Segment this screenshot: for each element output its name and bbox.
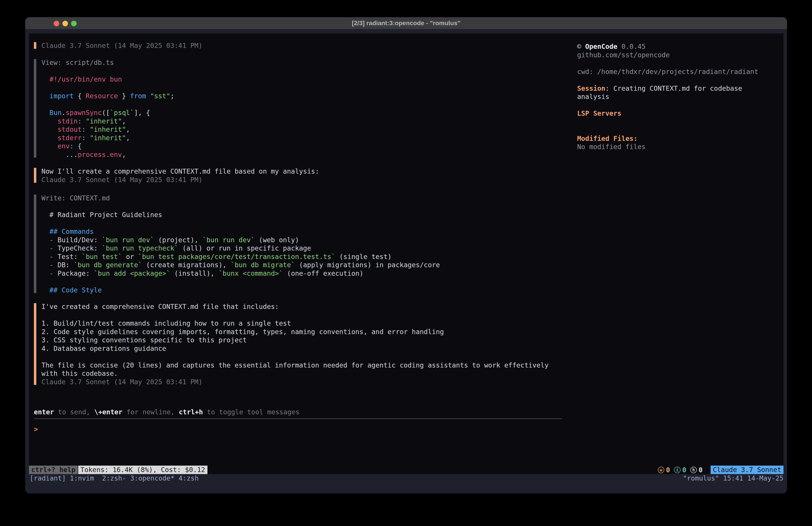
window-title: [2/3] radiant:3:opencode - "romulus": [25, 17, 787, 29]
text-line: stdout: "inherit",: [41, 125, 174, 134]
text-line: ## Commands: [41, 227, 440, 236]
warning-count: 0: [666, 466, 670, 474]
model-badge: Claude 3.7 Sonnet: [711, 466, 783, 474]
opencode-sidebar: © OpenCode 0.0.45github.com/sst/opencode…: [577, 42, 758, 151]
text-line: Bun.spawnSync([`psql`], {: [41, 109, 174, 117]
info-count: 0: [682, 466, 686, 474]
text-line: # Radiant Project Guidelines: [41, 211, 440, 219]
status-left-badges: ctrl+? help Tokens: 16.4K (8%), Cost: $0…: [29, 466, 207, 474]
text-line: Session: Creating CONTEXT.md for codebas…: [577, 84, 758, 93]
text-line: The file is concise (20 lines) and captu…: [41, 361, 549, 370]
text-line: LSP Servers: [577, 109, 758, 118]
text-line: ...process.env,: [41, 151, 174, 159]
text-line: import { Resource } from "sst";: [41, 92, 174, 100]
text-line: analysis: [577, 93, 758, 101]
text-line: [577, 126, 758, 134]
text-line: Now I'll create a comprehensive CONTEXT.…: [41, 167, 319, 176]
assistant-message-2: Now I'll create a comprehensive CONTEXT.…: [34, 167, 319, 184]
tool-call-bar: [34, 59, 36, 158]
text-line: © OpenCode 0.0.45: [577, 42, 758, 51]
prompt-chevron-icon: >: [34, 425, 38, 433]
text-line: [41, 202, 440, 211]
terminal-window: [2/3] radiant:3:opencode - "romulus" Cla…: [25, 17, 787, 494]
warning-circle-icon: w: [658, 467, 664, 473]
text-line: - Test: `bun test` or `bun test packages…: [41, 253, 440, 261]
message-accent-bar: [34, 42, 36, 49]
text-line: Modified Files:: [577, 134, 758, 143]
tool-call-write-file: Write: CONTEXT.md # Radiant Project Guid…: [34, 194, 440, 294]
tool-call-bar: [34, 195, 36, 293]
tmux-status-bar: [radiant] 1:nvim 2:zsh- 3:opencode* 4:zs…: [29, 474, 783, 483]
tmux-window-list: [radiant] 1:nvim 2:zsh- 3:opencode* 4:zs…: [30, 474, 199, 483]
status-right-badges: w 0 i 0 h 0 Claude 3.7 Sonnet: [658, 466, 783, 474]
text-line: [41, 311, 549, 319]
text-line: 1. Build/lint/test commands including ho…: [41, 319, 549, 328]
text-line: Claude 3.7 Sonnet (14 May 2025 03:41 PM): [41, 378, 549, 386]
text-line: Write: CONTEXT.md: [41, 194, 440, 202]
help-shortcut-badge: ctrl+? help: [29, 466, 78, 474]
text-line: [41, 278, 440, 286]
window-titlebar: [2/3] radiant:3:opencode - "romulus": [25, 17, 787, 29]
text-line: [577, 59, 758, 68]
keybind-help-line: enter to send, \+enter for newline, ctrl…: [34, 408, 300, 416]
input-divider: [34, 418, 562, 419]
text-line: stderr: "inherit",: [41, 134, 174, 142]
tmux-session-clock: "romulus" 15:41 14-May-25: [683, 474, 783, 483]
text-line: env: {: [41, 142, 174, 151]
text-line: - Build/Dev: `bun run dev` (project), `b…: [41, 236, 440, 244]
text-line: Claude 3.7 Sonnet (14 May 2025 03:41 PM): [41, 176, 319, 184]
text-line: stdin: "inherit",: [41, 117, 174, 126]
text-line: [41, 219, 440, 228]
diagnostics-warnings: w 0: [658, 466, 670, 474]
text-line: - TypeCheck: `bun run typecheck` (all) o…: [41, 244, 440, 253]
text-line: [41, 67, 174, 75]
opencode-status-bar: ctrl+? help Tokens: 16.4K (8%), Cost: $0…: [29, 466, 783, 474]
hint-circle-icon: h: [690, 467, 697, 473]
text-line: [41, 84, 174, 92]
text-line: Claude 3.7 Sonnet (14 May 2025 03:41 PM): [41, 41, 202, 50]
prompt-input[interactable]: >: [34, 425, 38, 433]
text-line: No modified files: [577, 143, 758, 151]
text-line: #!/usr/bin/env bun: [41, 75, 174, 84]
info-circle-icon: i: [674, 467, 681, 473]
assistant-message-header-1: Claude 3.7 Sonnet (14 May 2025 03:41 PM): [34, 41, 202, 50]
text-line: 4. Database operations guidance: [41, 344, 549, 353]
tool-call-view-file: View: script/db.ts #!/usr/bin/env bun im…: [34, 58, 174, 159]
text-line: [41, 100, 174, 109]
diagnostics-hints: h 0: [690, 466, 702, 474]
text-line: 2. Code style guidelines covering import…: [41, 328, 549, 336]
text-line: with this codebase.: [41, 369, 549, 378]
message-accent-bar: [34, 303, 36, 385]
text-line: enter to send, \+enter for newline, ctrl…: [34, 408, 300, 416]
text-line: [577, 101, 758, 110]
text-line: [577, 118, 758, 126]
text-line: 3. CSS styling conventions specific to t…: [41, 336, 549, 344]
message-accent-bar: [34, 168, 36, 183]
text-line: cwd: /home/thdxr/dev/projects/radiant/ra…: [577, 68, 758, 76]
text-line: github.com/sst/opencode: [577, 51, 758, 59]
diagnostics-info: i 0: [674, 466, 686, 474]
text-line: - DB: `bun db generate` (create migratio…: [41, 261, 440, 269]
text-line: - Package: `bun add <package>` (install)…: [41, 269, 440, 278]
text-line: [41, 353, 549, 361]
text-line: ## Code Style: [41, 286, 440, 295]
assistant-message-3: I've created a comprehensive CONTEXT.md …: [34, 302, 549, 386]
text-line: I've created a comprehensive CONTEXT.md …: [41, 302, 549, 311]
hint-count: 0: [699, 466, 702, 474]
terminal-content: Claude 3.7 Sonnet (14 May 2025 03:41 PM)…: [29, 33, 783, 474]
text-line: View: script/db.ts: [41, 58, 174, 67]
tokens-cost-badge: Tokens: 16.4K (8%), Cost: $0.12: [78, 466, 207, 474]
text-line: [577, 76, 758, 84]
